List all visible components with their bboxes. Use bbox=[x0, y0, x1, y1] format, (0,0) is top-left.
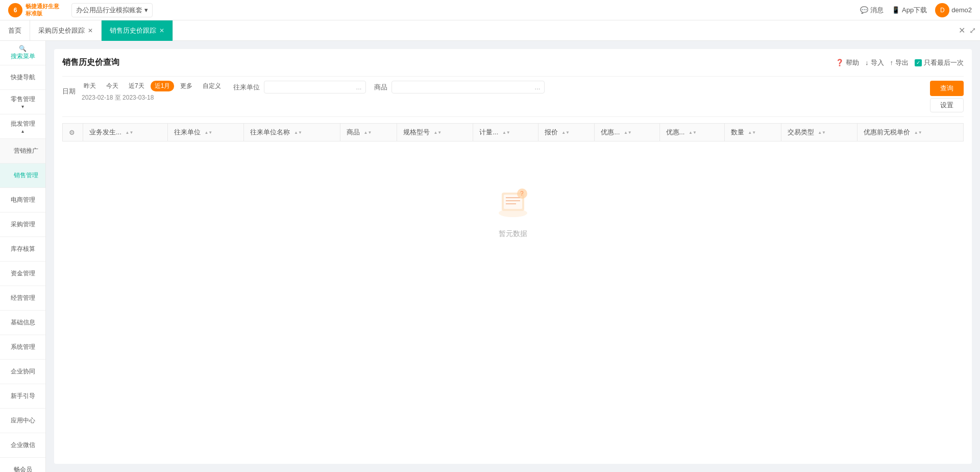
filter-bar: 日期 昨天 今天 近7天 近1月 更多 自定义 2023-02-18 至 202… bbox=[62, 76, 964, 117]
sidebar-item-basic-info[interactable]: 基础信息 bbox=[0, 311, 45, 335]
sidebar-item-sales-mgmt[interactable]: 销售管理 bbox=[0, 163, 45, 188]
help-icon: ❓ bbox=[836, 59, 844, 66]
avatar: D bbox=[935, 3, 949, 17]
download-icon: 📱 bbox=[892, 6, 900, 14]
export-icon: ↑ bbox=[890, 59, 894, 66]
top-header: 6 畅捷通好生意 标准版 办公用品行业模拟账套 ▾ 💬 消息 📱 App下载 D… bbox=[0, 0, 980, 20]
page-title: 销售历史价查询 bbox=[62, 57, 119, 68]
col-spec[interactable]: 规格型号 ▲▼ bbox=[397, 124, 473, 141]
sidebar-item-ecommerce-mgmt[interactable]: 电商管理 bbox=[0, 188, 45, 213]
sidebar-item-enterprise-wechat[interactable]: 企业微信 bbox=[0, 433, 45, 458]
data-table: ⚙ 业务发生... ▲▼ 往来单位 ▲▼ 往来单位名称 bbox=[62, 123, 964, 279]
col-product[interactable]: 商品 ▲▼ bbox=[340, 124, 397, 141]
empty-icon: ? bbox=[493, 182, 533, 223]
chevron-down-icon: ▾ bbox=[144, 6, 148, 14]
tab-purchase-history-close[interactable]: ✕ bbox=[88, 27, 93, 34]
tab-sales-history-close[interactable]: ✕ bbox=[159, 27, 164, 34]
tab-bar: 首页 采购历史价跟踪 ✕ 销售历史价跟踪 ✕ ✕ ⤢ bbox=[0, 20, 980, 41]
from-unit-input[interactable]: ... bbox=[264, 81, 366, 93]
col-unit[interactable]: 计量... ▲▼ bbox=[473, 124, 538, 141]
sidebar-item-search-menu[interactable]: 🔍 搜索菜单 bbox=[0, 41, 45, 65]
page-content: 销售历史价查询 ❓ 帮助 ↓ 导入 ↑ 导出 bbox=[46, 41, 980, 472]
sidebar-item-quick-nav[interactable]: 快捷导航 bbox=[0, 65, 45, 90]
col-from-unit-name[interactable]: 往来单位名称 ▲▼ bbox=[244, 124, 340, 141]
sort-arrows-discount2: ▲▼ bbox=[689, 130, 697, 135]
date-options: 昨天 今天 近7天 近1月 更多 自定义 bbox=[80, 81, 225, 91]
sidebar-item-finance-mgmt[interactable]: 资金管理 bbox=[0, 262, 45, 286]
date-option-custom[interactable]: 自定义 bbox=[199, 81, 225, 91]
sidebar-item-wholesale-mgmt[interactable]: 批发管理 ▴ bbox=[0, 114, 45, 139]
date-option-yesterday[interactable]: 昨天 bbox=[80, 81, 100, 91]
message-action[interactable]: 💬 消息 bbox=[860, 6, 884, 15]
sort-arrows-transaction-type: ▲▼ bbox=[818, 130, 826, 135]
table-header-row: ⚙ 业务发生... ▲▼ 往来单位 ▲▼ 往来单位名称 bbox=[63, 124, 964, 141]
date-option-today[interactable]: 今天 bbox=[102, 81, 122, 91]
company-selector[interactable]: 办公用品行业模拟账套 ▾ bbox=[71, 3, 153, 17]
search-icon: 🔍 bbox=[19, 45, 27, 52]
empty-text: 暂元数据 bbox=[499, 229, 527, 239]
export-link[interactable]: ↑ 导出 bbox=[890, 58, 909, 67]
help-link[interactable]: ❓ 帮助 bbox=[836, 58, 859, 67]
page-card: 销售历史价查询 ❓ 帮助 ↓ 导入 ↑ 导出 bbox=[54, 49, 972, 464]
col-quote[interactable]: 报价 ▲▼ bbox=[538, 124, 595, 141]
logo-area: 6 畅捷通好生意 标准版 bbox=[8, 3, 59, 17]
sort-arrows-unit: ▲▼ bbox=[502, 130, 510, 135]
gear-icon[interactable]: ⚙ bbox=[69, 129, 75, 136]
svg-text:?: ? bbox=[520, 190, 524, 197]
sidebar: 🔍 搜索菜单 快捷导航 零售管理 ▾ 批发管理 ▴ 营销推广 销售管理 电商管理… bbox=[0, 41, 46, 472]
page-header-actions: ❓ 帮助 ↓ 导入 ↑ 导出 ✓ 只看最后一次 bbox=[836, 58, 964, 67]
settings-button[interactable]: 设置 bbox=[930, 98, 964, 112]
sidebar-item-purchase-mgmt[interactable]: 采购管理 bbox=[0, 213, 45, 237]
date-option-1month[interactable]: 近1月 bbox=[151, 81, 175, 91]
message-icon: 💬 bbox=[860, 6, 868, 14]
window-maximize-btn[interactable]: ⤢ bbox=[969, 26, 976, 35]
sort-arrows-discount1: ▲▼ bbox=[624, 130, 632, 135]
sidebar-item-retail-mgmt[interactable]: 零售管理 ▾ bbox=[0, 90, 45, 114]
sort-arrows-spec: ▲▼ bbox=[433, 130, 442, 135]
sidebar-item-new-guide[interactable]: 新手引导 bbox=[0, 384, 45, 409]
col-quantity[interactable]: 数量 ▲▼ bbox=[724, 124, 781, 141]
sidebar-item-app-center[interactable]: 应用中心 bbox=[0, 409, 45, 433]
date-filter-group: 日期 昨天 今天 近7天 近1月 更多 自定义 2023-02-18 至 202… bbox=[62, 81, 225, 102]
tab-home[interactable]: 首页 bbox=[0, 20, 30, 41]
col-discount1[interactable]: 优惠... ▲▼ bbox=[595, 124, 659, 141]
col-discount2[interactable]: 优惠... ▲▼ bbox=[659, 124, 724, 141]
from-unit-filter-group: 往来单位 ... bbox=[233, 81, 366, 93]
product-input[interactable]: ... bbox=[391, 81, 545, 93]
content-area: 销售历史价查询 ❓ 帮助 ↓ 导入 ↑ 导出 bbox=[46, 41, 980, 472]
sidebar-item-member[interactable]: 畅会员 bbox=[0, 458, 45, 472]
user-action[interactable]: D demo2 bbox=[935, 3, 972, 17]
logo-icon: 6 bbox=[8, 3, 22, 17]
sort-arrows-biz-date: ▲▼ bbox=[125, 130, 133, 135]
sidebar-item-marketing-promo[interactable]: 营销推广 bbox=[0, 139, 45, 163]
query-button[interactable]: 查询 bbox=[930, 81, 964, 96]
tab-purchase-history[interactable]: 采购历史价跟踪 ✕ bbox=[30, 20, 102, 41]
only-last-checkbox[interactable]: ✓ 只看最后一次 bbox=[915, 58, 964, 67]
import-link[interactable]: ↓ 导入 bbox=[865, 58, 884, 67]
logo-text: 畅捷通好生意 标准版 bbox=[26, 3, 59, 16]
col-transaction-type[interactable]: 交易类型 ▲▼ bbox=[781, 124, 857, 141]
chevron-up-icon: ▴ bbox=[21, 128, 24, 134]
col-from-unit[interactable]: 往来单位 ▲▼ bbox=[167, 124, 244, 141]
sidebar-item-enterprise-collab[interactable]: 企业协同 bbox=[0, 360, 45, 384]
col-pre-discount-price[interactable]: 优惠前无税单价 ▲▼ bbox=[857, 124, 964, 141]
product-filter-group: 商品 ... bbox=[374, 81, 545, 93]
col-biz-date[interactable]: 业务发生... ▲▼ bbox=[83, 124, 168, 141]
tab-sales-history[interactable]: 销售历史价跟踪 ✕ bbox=[102, 20, 173, 41]
sort-arrows-from-unit: ▲▼ bbox=[204, 130, 212, 135]
date-option-7days[interactable]: 近7天 bbox=[125, 81, 149, 91]
sidebar-item-system-mgmt[interactable]: 系统管理 bbox=[0, 335, 45, 360]
app-download-action[interactable]: 📱 App下载 bbox=[892, 6, 927, 15]
header-right: 💬 消息 📱 App下载 D demo2 bbox=[860, 3, 972, 17]
tab-window-actions: ✕ ⤢ bbox=[954, 26, 980, 35]
sidebar-item-inventory-check[interactable]: 库存核算 bbox=[0, 237, 45, 262]
date-option-more[interactable]: 更多 bbox=[176, 81, 197, 91]
sort-arrows-quote: ▲▼ bbox=[561, 130, 570, 135]
from-unit-label: 往来单位 bbox=[233, 83, 260, 92]
page-header: 销售历史价查询 ❓ 帮助 ↓ 导入 ↑ 导出 bbox=[62, 57, 964, 68]
window-close-btn[interactable]: ✕ bbox=[959, 26, 965, 35]
col-settings: ⚙ bbox=[63, 124, 83, 141]
sort-arrows-pre-discount-price: ▲▼ bbox=[914, 130, 922, 135]
sidebar-item-ops-mgmt[interactable]: 经营管理 bbox=[0, 286, 45, 311]
chevron-down-icon: ▾ bbox=[21, 104, 24, 109]
